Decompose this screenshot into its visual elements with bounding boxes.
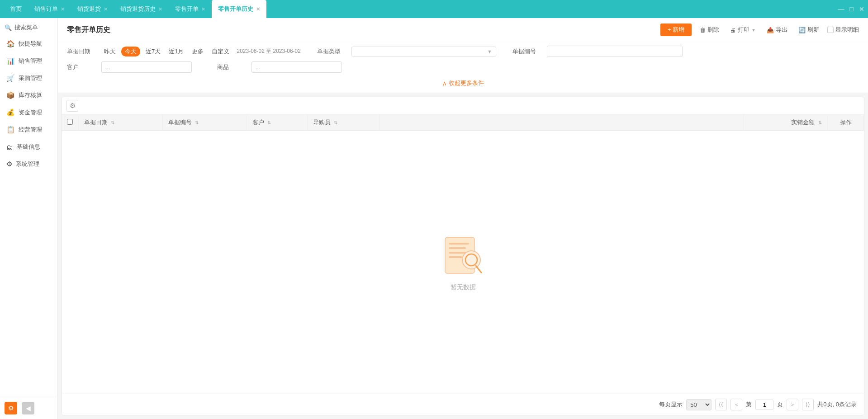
tab-sales-return[interactable]: 销货退货 ✕ bbox=[71, 0, 114, 18]
sidebar-item-quick-nav[interactable]: 🏠 快捷导航 bbox=[0, 35, 57, 52]
date-opt-more[interactable]: 更多 bbox=[189, 47, 206, 56]
filter-area: 单据日期 昨天 今天 近7天 近1月 更多 自定义 2023-06-02 至 2… bbox=[58, 40, 868, 93]
refresh-button[interactable]: 🔄 刷新 bbox=[796, 24, 822, 36]
select-all-checkbox[interactable] bbox=[67, 119, 73, 125]
sidebar: 🔍 搜索菜单 🏠 快捷导航 📊 销售管理 🛒 采购管理 📦 库存核算 💰 资金管… bbox=[0, 18, 58, 419]
sidebar-item-quick-nav-label: 快捷导航 bbox=[19, 40, 42, 48]
tab-retail-open-history-label: 零售开单历史 bbox=[218, 5, 253, 13]
date-opt-yesterday[interactable]: 昨天 bbox=[101, 47, 119, 56]
show-detail-toggle[interactable]: 显示明细 bbox=[827, 26, 859, 34]
close-icon[interactable]: ✕ bbox=[201, 6, 205, 12]
sort-icon: ⇅ bbox=[111, 120, 114, 125]
th-customer-label: 客户 bbox=[252, 119, 264, 126]
th-spacer bbox=[379, 115, 743, 131]
search-icon: 🔍 bbox=[5, 24, 12, 31]
svg-rect-1 bbox=[449, 243, 469, 245]
tab-retail-open-history[interactable]: 零售开单历史 ✕ bbox=[212, 0, 266, 18]
export-button[interactable]: 📤 导出 bbox=[764, 24, 790, 36]
print-button[interactable]: 🖨 打印 ▼ bbox=[727, 24, 759, 36]
th-amount-label: 实销金额 bbox=[791, 119, 815, 126]
th-salesperson[interactable]: 导购员 ⇅ bbox=[307, 115, 379, 131]
page-label-pre: 第 bbox=[746, 400, 752, 409]
sidebar-item-sales-mgmt[interactable]: 📊 销售管理 bbox=[0, 52, 57, 70]
date-opt-custom[interactable]: 自定义 bbox=[209, 47, 232, 56]
sidebar-search[interactable]: 🔍 搜索菜单 bbox=[0, 18, 57, 35]
th-amount[interactable]: 实销金额 ⇅ bbox=[743, 115, 827, 131]
first-page-button[interactable]: ⟨⟨ bbox=[715, 399, 727, 410]
collapse-filter-btn[interactable]: ∧ 收起更多条件 bbox=[67, 77, 859, 90]
checkbox-icon bbox=[827, 27, 834, 33]
filter-row-1: 单据日期 昨天 今天 近7天 近1月 更多 自定义 2023-06-02 至 2… bbox=[67, 46, 859, 57]
sort-icon: ⇅ bbox=[195, 120, 199, 125]
th-no[interactable]: 单据编号 ⇅ bbox=[162, 115, 247, 131]
th-salesperson-label: 导购员 bbox=[313, 119, 331, 126]
print-dropdown-icon: ▼ bbox=[751, 28, 756, 33]
column-settings-icon[interactable]: ⚙ bbox=[66, 100, 78, 112]
date-options: 昨天 今天 近7天 近1月 更多 自定义 2023-06-02 至 2023-0… bbox=[101, 47, 301, 56]
top-tabbar: 首页 销售订单 ✕ 销货退货 ✕ 销货退货历史 ✕ 零售开单 ✕ 零售开单历史 … bbox=[0, 0, 868, 18]
tab-retail-open-label: 零售开单 bbox=[175, 5, 199, 13]
close-icon[interactable]: ✕ bbox=[61, 6, 65, 12]
delete-icon: 🗑 bbox=[700, 27, 706, 33]
sidebar-item-base-info[interactable]: 🗂 基础信息 bbox=[0, 138, 57, 155]
tab-home-label: 首页 bbox=[10, 5, 22, 13]
filter-row-2: 客户 ... 商品 ... bbox=[67, 61, 859, 73]
content-area: 零售开单历史 + 新增 🗑 删除 🖨 打印 ▼ 📤 导出 🔄 bbox=[58, 18, 868, 419]
goods-label: 商品 bbox=[217, 63, 244, 71]
page-size-label: 每页显示 bbox=[659, 400, 683, 409]
th-date[interactable]: 单据日期 ⇅ bbox=[78, 115, 162, 131]
empty-text: 暂无数据 bbox=[451, 283, 476, 292]
last-page-button[interactable]: ⟩⟩ bbox=[802, 399, 814, 410]
close-icon[interactable]: ✕ bbox=[158, 6, 162, 12]
bill-no-label: 单据编号 bbox=[512, 47, 540, 56]
operations-icon: 📋 bbox=[6, 126, 15, 134]
current-page-input[interactable]: 1 bbox=[755, 400, 773, 410]
bill-no-input[interactable] bbox=[547, 46, 683, 57]
svg-rect-2 bbox=[449, 247, 466, 249]
maximize-icon[interactable]: □ bbox=[850, 5, 854, 13]
sidebar-item-finance[interactable]: 💰 资金管理 bbox=[0, 104, 57, 121]
tab-sales-order[interactable]: 销售订单 ✕ bbox=[28, 0, 71, 18]
sidebar-item-sys-mgmt[interactable]: ⚙ 系统管理 bbox=[0, 155, 57, 173]
sidebar-item-sys-mgmt-label: 系统管理 bbox=[16, 160, 39, 168]
print-icon: 🖨 bbox=[730, 27, 736, 33]
refresh-icon: 🔄 bbox=[798, 27, 806, 33]
sidebar-item-finance-label: 资金管理 bbox=[19, 108, 42, 117]
minimize-icon[interactable]: — bbox=[838, 5, 844, 13]
svg-rect-4 bbox=[449, 256, 462, 258]
customer-input[interactable]: ... bbox=[101, 61, 192, 73]
sort-icon: ⇅ bbox=[334, 120, 337, 125]
collapse-sidebar-button[interactable]: ◀ bbox=[22, 402, 34, 414]
goods-input[interactable]: ... bbox=[251, 61, 342, 73]
close-window-icon[interactable]: ✕ bbox=[859, 5, 864, 13]
page-size-select[interactable]: 50 100 200 bbox=[686, 399, 711, 410]
close-icon[interactable]: ✕ bbox=[104, 6, 108, 12]
sidebar-item-inventory[interactable]: 📦 库存核算 bbox=[0, 87, 57, 104]
bill-type-select[interactable]: ▼ bbox=[351, 47, 496, 56]
date-opt-last1m[interactable]: 近1月 bbox=[166, 47, 186, 56]
tab-sales-return-label: 销货退货 bbox=[77, 5, 101, 13]
date-opt-today[interactable]: 今天 bbox=[121, 47, 140, 56]
page-header: 零售开单历史 + 新增 🗑 删除 🖨 打印 ▼ 📤 导出 🔄 bbox=[58, 18, 868, 40]
date-opt-last7[interactable]: 近7天 bbox=[143, 47, 163, 56]
th-date-label: 单据日期 bbox=[84, 119, 108, 126]
th-actions: 操作 bbox=[828, 115, 864, 131]
sidebar-item-inventory-label: 库存核算 bbox=[19, 91, 42, 99]
table-toolbar: ⚙ bbox=[62, 97, 864, 115]
sidebar-item-operations[interactable]: 📋 经营管理 bbox=[0, 121, 57, 138]
settings-button[interactable]: ⚙ bbox=[5, 402, 17, 414]
sort-icon: ⇅ bbox=[818, 120, 822, 125]
page-title: 零售开单历史 bbox=[67, 25, 110, 35]
sidebar-bottom: ⚙ ◀ bbox=[0, 397, 57, 419]
close-icon[interactable]: ✕ bbox=[256, 6, 260, 12]
next-page-button[interactable]: ＞ bbox=[787, 399, 798, 410]
sidebar-item-operations-label: 经营管理 bbox=[19, 126, 42, 134]
sidebar-item-purchase-mgmt[interactable]: 🛒 采购管理 bbox=[0, 70, 57, 87]
delete-button[interactable]: 🗑 删除 bbox=[697, 24, 722, 36]
tab-retail-open[interactable]: 零售开单 ✕ bbox=[169, 0, 212, 18]
tab-home[interactable]: 首页 bbox=[4, 0, 28, 18]
prev-page-button[interactable]: ＜ bbox=[730, 399, 742, 410]
tab-sales-return-history[interactable]: 销货退货历史 ✕ bbox=[114, 0, 169, 18]
th-customer[interactable]: 客户 ⇅ bbox=[247, 115, 307, 131]
add-button[interactable]: + 新增 bbox=[660, 24, 692, 36]
